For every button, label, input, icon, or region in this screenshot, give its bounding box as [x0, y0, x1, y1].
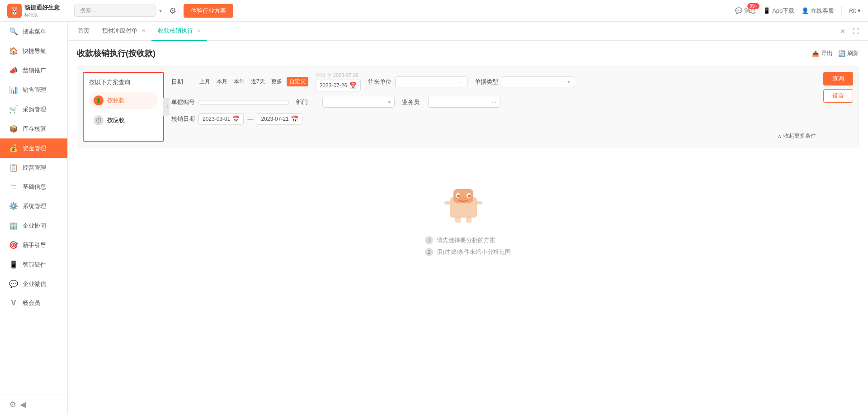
sidebar-item-label: 快捷导航: [23, 47, 46, 55]
shortcut-last-month[interactable]: 上月: [198, 77, 212, 86]
staff-select[interactable]: ···: [428, 97, 500, 108]
shortcut-this-month[interactable]: 本月: [215, 77, 229, 86]
svg-point-4: [457, 195, 460, 197]
enterprise-icon: 🏢: [9, 221, 18, 230]
filter-panel-title: 按以下方案查询: [89, 78, 158, 86]
sales-icon: 📊: [9, 86, 18, 94]
content-area: 首页 预付冲应付单 × 收款核销执行 × ✕ ⛶ 收款核销执行(按收款): [68, 22, 868, 414]
sidebar-item-operations[interactable]: 📋 经营管理: [0, 158, 67, 177]
sidebar-item-wechat[interactable]: 💬 企业微信: [0, 274, 67, 294]
gear-icon[interactable]: ⚙: [165, 6, 180, 16]
header-search-bar[interactable]: 搜索...: [74, 5, 156, 17]
dept-select[interactable]: ▾: [322, 97, 395, 108]
writeoff-end-input[interactable]: 2023-07-21 📅: [257, 113, 302, 125]
tip-num-1: 1: [425, 236, 433, 244]
tab-collection[interactable]: 收款核销执行 ×: [151, 22, 207, 41]
date-shortcuts: 上月 本月 本年 近7天 更多 自定义: [198, 77, 308, 86]
header-right: 💬 消息 99+ 📱 App下载 👤 在线客服 Rit ▾: [735, 6, 861, 15]
online-service-btn[interactable]: 👤 在线客服: [802, 7, 834, 15]
doc-no-input[interactable]: [198, 100, 289, 105]
collapse-more-btn[interactable]: ∧ 收起更多条件: [171, 130, 816, 142]
tip-text-1: 请先选择要分析的方案: [437, 236, 495, 244]
sidebar-item-finance[interactable]: 💰 资金管理: [0, 138, 67, 158]
sidebar-item-label: 企业协同: [23, 222, 46, 230]
calendar-writeoff-start-icon[interactable]: 📅: [232, 115, 240, 123]
setting-button[interactable]: 设置: [823, 89, 853, 103]
empty-tip-1: 1 请先选择要分析的方案: [425, 236, 510, 244]
staff-dots-icon: ···: [492, 99, 496, 105]
doc-type-select[interactable]: ▾: [502, 76, 574, 87]
doc-type-label: 单据类型: [475, 78, 498, 86]
app-download-btn[interactable]: 📱 App下载: [763, 7, 794, 15]
tab-collection-label: 收款核销执行: [158, 27, 193, 35]
collapse-left-icon: 《: [164, 104, 169, 110]
shortcut-more[interactable]: 更多: [269, 77, 284, 86]
user-chevron-icon: ▾: [858, 7, 861, 14]
sidebar-item-sales[interactable]: 📊 销售管理: [0, 80, 67, 100]
filter-option-by-receipt[interactable]: 💲 按收款: [89, 92, 158, 109]
sidebar-item-label: 搜索菜单: [23, 28, 46, 36]
tab-close-all-icon[interactable]: ✕: [838, 26, 847, 37]
date-filter-item: 日期 上月 本月 本年 近7天 更多 自定义: [171, 77, 308, 86]
user-name: Rit: [849, 8, 856, 14]
sidebar-item-marketing[interactable]: 📣 营销推广: [0, 61, 67, 80]
sidebar-item-label: 基础信息: [23, 183, 46, 191]
chevron-down-icon[interactable]: ▾: [159, 8, 162, 14]
refresh-btn[interactable]: 🔄 刷新: [838, 49, 859, 57]
shortcut-custom[interactable]: 自定义: [287, 77, 308, 86]
sidebar-item-guide[interactable]: 🎯 新手引导: [0, 235, 67, 255]
app-icon: 📱: [763, 7, 770, 14]
sidebar-item-inventory[interactable]: 📦 库存核算: [0, 119, 67, 138]
collapse-left-panel-btn[interactable]: 《: [163, 98, 170, 116]
logo-icon: 🐰: [7, 4, 22, 18]
shortcut-this-year[interactable]: 本年: [232, 77, 246, 86]
svg-rect-8: [455, 216, 461, 223]
empty-tip-2: 2 用[过滤]条件来缩小分析范围: [425, 248, 510, 256]
shortcut-7days[interactable]: 近7天: [249, 77, 267, 86]
calendar-start-icon[interactable]: 📅: [349, 82, 357, 89]
message-badge: 99+: [747, 3, 760, 9]
writeoff-date-filter-item: 核销日期 2023-03-01 📅 — 2023-07-21: [171, 113, 302, 125]
filter-option-by-receivable[interactable]: ⏱ 按应收: [89, 112, 158, 129]
writeoff-start-input[interactable]: 2023-03-01 📅: [198, 113, 244, 125]
dept-arrow-icon: ▾: [388, 99, 391, 105]
export-icon: 📤: [812, 50, 819, 57]
logo-sub-text: 标准版: [24, 12, 60, 18]
tab-collection-close-icon[interactable]: ×: [198, 28, 201, 34]
sidebar-item-quick-nav[interactable]: 🏠 快捷导航: [0, 41, 67, 61]
empty-illustration: [441, 184, 486, 224]
tab-prepay-close-icon[interactable]: ×: [142, 28, 145, 34]
sidebar-item-search-menu[interactable]: 🔍 搜索菜单: [0, 22, 67, 41]
date-start-input[interactable]: 2023-07-26 📅: [316, 80, 361, 91]
sidebar-item-system[interactable]: ⚙️ 系统管理: [0, 196, 67, 216]
partner-dots-icon: ···: [459, 79, 463, 85]
sidebar-item-basic-info[interactable]: 🗂 基础信息: [0, 177, 67, 196]
empty-tips: 1 请先选择要分析的方案 2 用[过滤]条件来缩小分析范围: [425, 236, 510, 256]
collapse-sidebar-icon[interactable]: ◀: [20, 400, 26, 409]
sidebar-item-hardware[interactable]: 📱 智能硬件: [0, 255, 67, 274]
export-btn[interactable]: 📤 导出: [812, 49, 833, 57]
query-button[interactable]: 查询: [823, 72, 853, 86]
date-range-area: 不限 至 2023-07-26 2023-07-26 📅: [316, 72, 361, 91]
tab-expand-icon[interactable]: ⛶: [851, 26, 861, 37]
docno-filter-row: 单据编号 部门 ▾: [171, 97, 816, 108]
collapse-more-icon: ∧: [778, 133, 782, 139]
settings-bottom-icon[interactable]: ⚙: [9, 400, 16, 409]
sidebar-item-vip[interactable]: V 畅会员: [0, 294, 67, 313]
calendar-writeoff-end-icon[interactable]: 📅: [291, 115, 298, 123]
partner-select[interactable]: ···: [395, 76, 467, 87]
user-name-area[interactable]: Rit ▾: [849, 7, 861, 14]
message-btn[interactable]: 💬 消息 99+: [735, 7, 756, 15]
tab-home-label: 首页: [78, 27, 90, 35]
sidebar-item-purchase[interactable]: 🛒 采购管理: [0, 100, 67, 119]
svg-point-5: [468, 195, 471, 197]
page-title: 收款核销执行(按收款): [77, 48, 156, 59]
tab-home[interactable]: 首页: [71, 22, 96, 41]
sidebar-item-enterprise[interactable]: 🏢 企业协同: [0, 216, 67, 235]
purchase-icon: 🛒: [9, 105, 18, 114]
tab-prepay[interactable]: 预付冲应付单 ×: [96, 22, 151, 41]
sidebar-item-label: 资金管理: [23, 144, 46, 152]
staff-label: 业务员: [402, 98, 425, 106]
wechat-icon: 💬: [9, 280, 18, 288]
industry-btn[interactable]: 体验行业方案: [184, 4, 233, 18]
